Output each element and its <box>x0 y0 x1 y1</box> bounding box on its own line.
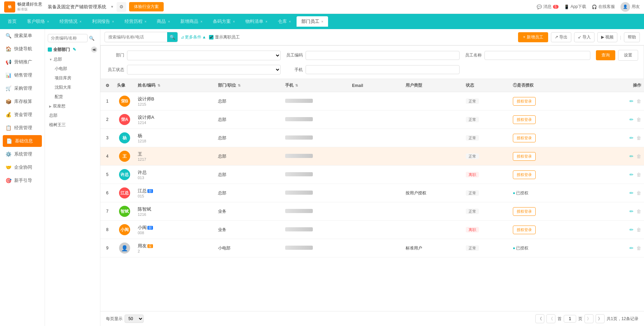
sidebar-item-purchase[interactable]: 🛒 采购管理 <box>0 82 45 95</box>
page-number-input[interactable] <box>564 315 576 323</box>
sidebar-item-management[interactable]: 📋 经营管理 <box>0 121 45 134</box>
filter-phone-input[interactable] <box>306 65 459 74</box>
dept-node-delivery[interactable]: 配货 <box>45 92 100 102</box>
th-name-code[interactable]: 姓名/编码 ⇅ <box>135 79 215 92</box>
edit-dept-icon[interactable]: ✎ <box>73 47 76 52</box>
sidebar-item-sales[interactable]: 📊 销售管理 <box>0 69 45 82</box>
th-dept-position[interactable]: 部门/职位 ⇅ <box>215 79 282 92</box>
delete-icon[interactable]: 🗑 <box>636 245 641 251</box>
dept-search-input[interactable] <box>48 34 88 42</box>
system-dropdown-arrow[interactable]: ▼ <box>110 5 114 9</box>
delete-icon[interactable]: 🗑 <box>636 153 641 159</box>
collapse-dept-btn[interactable]: ≪ <box>91 46 97 53</box>
delete-icon[interactable]: 🗑 <box>636 117 641 122</box>
auth-button[interactable]: 授权登录 <box>513 97 536 106</box>
add-employee-button[interactable]: + 新增员工 <box>518 32 548 42</box>
sidebar-item-inventory[interactable]: 📦 库存核算 <box>0 95 45 108</box>
edit-icon[interactable]: ✏ <box>629 245 634 251</box>
edit-icon[interactable]: ✏ <box>629 227 634 232</box>
message-item[interactable]: 💬 消息 5 <box>537 4 559 10</box>
close-icon[interactable]: × <box>321 20 324 24</box>
user-item[interactable]: 👤 用友 <box>620 2 640 12</box>
close-icon[interactable]: × <box>200 20 202 24</box>
filter-empcode-input[interactable] <box>306 51 459 60</box>
more-filter-button[interactable]: ⊿ 更多条件 ▲ <box>181 34 206 40</box>
delete-icon[interactable]: 🗑 <box>636 227 641 232</box>
delete-icon[interactable]: 🗑 <box>636 98 641 104</box>
tab-home[interactable]: 首页 <box>3 16 21 27</box>
trial-button[interactable]: 体验行业方案 <box>129 2 164 11</box>
tab-dept-employee[interactable]: 部门员工 × <box>297 16 328 27</box>
close-icon[interactable]: × <box>168 20 170 24</box>
search-button[interactable]: 🔍 <box>167 32 178 42</box>
filter-status-select[interactable] <box>127 65 281 74</box>
reset-button[interactable]: 设置 <box>618 50 638 61</box>
dept-node-small-elec[interactable]: 小电部 <box>45 64 100 73</box>
delete-icon[interactable]: 🗑 <box>636 172 641 177</box>
dept-node-project[interactable]: 项目库房 <box>45 73 100 83</box>
close-icon[interactable]: × <box>265 20 267 24</box>
show-resigned-checkbox[interactable]: 显示离职员工 <box>209 34 240 40</box>
sidebar-item-marketing[interactable]: 📢 营销推广 <box>0 55 45 69</box>
sidebar-item-guide[interactable]: 🎯 新手引导 <box>0 174 45 187</box>
tab-barcode[interactable]: 条码方案 × <box>208 16 240 27</box>
close-icon[interactable]: × <box>47 20 49 24</box>
service-item[interactable]: 🎧 在线客服 <box>592 4 615 10</box>
edit-icon[interactable]: ✏ <box>629 153 634 159</box>
dept-search-icon[interactable]: 🔍 <box>89 36 94 41</box>
export-button[interactable]: ↗ 导出 <box>551 32 571 42</box>
sidebar-item-system[interactable]: ⚙️ 系统管理 <box>0 148 45 161</box>
tab-new-goods[interactable]: 新增商品 × <box>175 16 207 27</box>
tab-warehouse[interactable]: 仓库 × <box>273 16 296 27</box>
filter-dept-select[interactable] <box>127 51 281 60</box>
auth-button[interactable]: 授权登录 <box>513 115 536 124</box>
tab-profit[interactable]: 利润报告 × <box>87 16 119 27</box>
close-icon[interactable]: × <box>80 20 82 24</box>
tab-operations[interactable]: 经营情况 × <box>55 16 87 27</box>
search-input[interactable] <box>105 33 167 41</box>
close-icon[interactable]: × <box>112 20 114 24</box>
auth-button[interactable]: 授权登录 <box>513 152 536 161</box>
last-page-btn[interactable]: 》 <box>596 314 605 323</box>
sidebar-item-basic-info[interactable]: 📄 基础信息 <box>3 135 42 147</box>
next-page-btn[interactable]: 〉 <box>584 314 593 323</box>
delete-icon[interactable]: 🗑 <box>636 190 641 196</box>
help-button[interactable]: 帮助 <box>624 32 640 42</box>
page-size-select[interactable]: 50 20 100 <box>125 315 144 323</box>
edit-icon[interactable]: ✏ <box>629 172 634 177</box>
dept-node-general[interactable]: ▼ 总部 <box>45 55 100 64</box>
edit-icon[interactable]: ✏ <box>629 209 634 214</box>
th-phone[interactable]: 手机 ⇅ <box>282 79 350 92</box>
tab-history[interactable]: 经营历程 × <box>120 16 152 27</box>
delete-icon[interactable]: 🗑 <box>636 135 641 141</box>
filter-empname-input[interactable] <box>484 51 590 60</box>
first-page-btn[interactable]: 《 <box>535 314 544 323</box>
edit-icon[interactable]: ✏ <box>629 190 634 196</box>
dept-node-shuangzuo[interactable]: ▶ 双座想 <box>45 102 100 111</box>
sidebar-item-finance[interactable]: 💰 资金管理 <box>0 108 45 121</box>
app-download-item[interactable]: 📱 App下载 <box>564 4 586 10</box>
import-button[interactable]: ↙ 导入 <box>574 32 595 42</box>
prev-page-btn[interactable]: 〈 <box>546 314 555 323</box>
dept-node-shenyang[interactable]: 沈阳大库 <box>45 83 100 92</box>
gear-button[interactable]: ⚙ <box>117 2 126 12</box>
sidebar-item-search[interactable]: 🔍 搜索菜单 <box>0 29 45 42</box>
view-button[interactable]: ▶ 视频 <box>597 32 617 42</box>
close-icon[interactable]: × <box>145 20 147 24</box>
auth-button[interactable]: 授权登录 <box>513 226 536 234</box>
edit-icon[interactable]: ✏ <box>629 98 634 104</box>
auth-button[interactable]: 授权登录 <box>513 134 536 142</box>
auth-button[interactable]: 授权登录 <box>513 207 536 216</box>
close-icon[interactable]: × <box>233 20 235 24</box>
close-icon[interactable]: × <box>289 20 291 24</box>
dept-node-zongbu[interactable]: 总部 <box>45 111 100 120</box>
tab-customer[interactable]: 客户联络 × <box>22 16 54 27</box>
delete-icon[interactable]: 🗑 <box>636 209 641 214</box>
tab-bom[interactable]: 物料清单 × <box>241 16 272 27</box>
dept-node-zhushu[interactable]: 植树王三 <box>45 120 100 130</box>
query-button[interactable]: 查询 <box>596 50 615 60</box>
sidebar-item-nav[interactable]: 🏠 快捷导航 <box>0 42 45 55</box>
edit-icon[interactable]: ✏ <box>629 135 634 141</box>
auth-button[interactable]: 授权登录 <box>513 170 536 179</box>
tab-goods[interactable]: 商品 × <box>152 16 175 27</box>
